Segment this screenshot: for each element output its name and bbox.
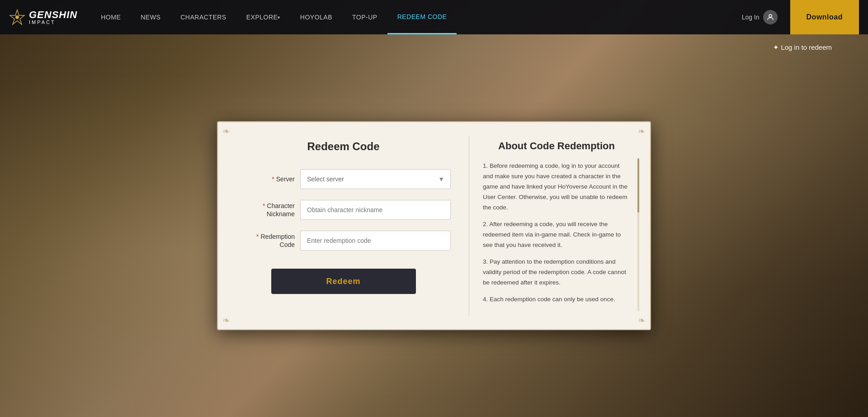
- scroll-thumb: [637, 158, 639, 213]
- nav-links: HOME NEWS CHARACTERS EXPLORE HoYoLAB TOP…: [91, 0, 734, 34]
- redeem-modal: ❧ ❧ Redeem Code *Server Select server Am…: [217, 121, 651, 330]
- info-text: 1. Before redeeming a code, log in to yo…: [483, 161, 630, 311]
- nav-item-characters[interactable]: CHARACTERS: [170, 0, 236, 34]
- logo-icon: [9, 9, 25, 25]
- svg-point-1: [15, 15, 19, 19]
- scroll-indicator: [637, 158, 639, 311]
- logo-sub-text: IMPACT: [29, 20, 77, 25]
- server-label: *Server: [236, 175, 295, 183]
- info-point-4: 4. Each redemption code can only be used…: [483, 294, 630, 305]
- login-button[interactable]: Log In: [735, 6, 785, 28]
- nav-right: Log In Download: [735, 0, 859, 34]
- logo[interactable]: GENSHIN IMPACT: [9, 9, 77, 25]
- nav-item-home[interactable]: HOME: [91, 0, 131, 34]
- nav-item-redeem-code[interactable]: REDEEM CODE: [387, 0, 457, 34]
- info-point-3: 3. Pay attention to the redemption condi…: [483, 257, 630, 288]
- logo-text: GENSHIN IMPACT: [29, 10, 77, 25]
- corner-decoration-bl: ❧: [222, 315, 230, 326]
- modal-left-panel: Redeem Code *Server Select server Americ…: [227, 131, 469, 320]
- server-required-star: *: [272, 175, 274, 183]
- download-button[interactable]: Download: [790, 0, 859, 34]
- navbar: GENSHIN IMPACT HOME NEWS CHARACTERS EXPL…: [0, 0, 868, 34]
- nav-item-hoyolab[interactable]: HoYoLAB: [290, 0, 342, 34]
- redemption-required-star: *: [256, 233, 259, 240]
- info-point-2: 2. After redeeming a code, you will rece…: [483, 219, 630, 251]
- redeem-button[interactable]: Redeem: [271, 269, 416, 294]
- modal-title: Redeem Code: [307, 140, 379, 153]
- nav-item-news[interactable]: NEWS: [131, 0, 170, 34]
- server-select[interactable]: Select server America Europe Asia TW, HK…: [300, 169, 451, 189]
- user-icon: [763, 10, 778, 24]
- logo-main-text: GENSHIN: [29, 10, 77, 20]
- modal-overlay: ❧ ❧ Redeem Code *Server Select server Am…: [0, 34, 868, 417]
- server-form-group: *Server Select server America Europe Asi…: [236, 169, 451, 189]
- redemption-code-input[interactable]: [300, 231, 451, 251]
- redemption-code-form-group: *RedemptionCode: [236, 231, 451, 251]
- modal-right-panel: About Code Redemption 1. Before redeemin…: [469, 131, 641, 320]
- nav-item-topup[interactable]: TOP-UP: [342, 0, 387, 34]
- character-required-star: *: [263, 202, 265, 209]
- server-select-wrapper: Select server America Europe Asia TW, HK…: [300, 169, 451, 189]
- nav-item-explore[interactable]: EXPLORE: [236, 0, 290, 34]
- page-content: ✦ Log in to redeem ❧ ❧ Redeem Code *Serv…: [0, 34, 868, 417]
- redemption-code-label: *RedemptionCode: [236, 232, 295, 249]
- info-point-1: 1. Before redeeming a code, log in to yo…: [483, 161, 630, 213]
- login-label: Log In: [742, 14, 760, 21]
- svg-point-2: [769, 14, 772, 17]
- character-nickname-input[interactable]: [300, 200, 451, 220]
- character-nickname-label: *CharacterNickname: [236, 202, 295, 218]
- info-title: About Code Redemption: [483, 140, 630, 152]
- character-nickname-form-group: *CharacterNickname: [236, 200, 451, 220]
